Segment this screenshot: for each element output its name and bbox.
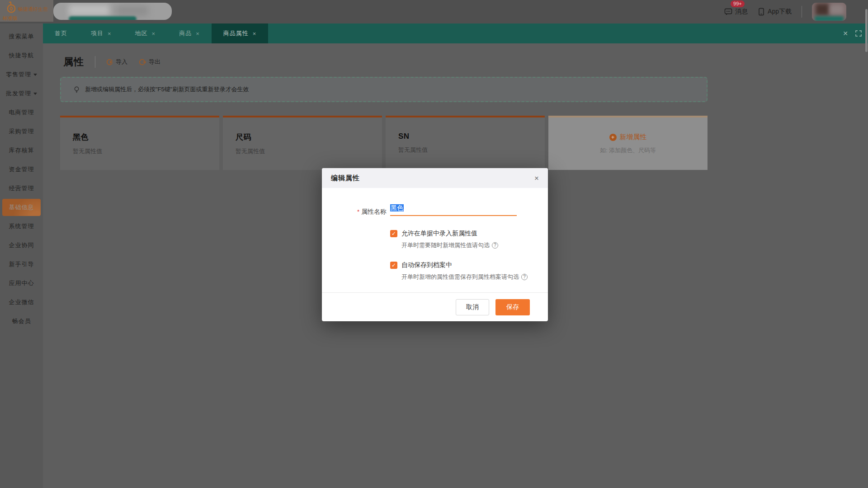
tab-close-icon[interactable]: × — [196, 30, 200, 37]
sidebar-item-app-center[interactable]: 应用中心 — [0, 274, 43, 293]
tab-close-icon[interactable]: × — [253, 30, 257, 37]
allow-new-value-hint: 开单时需要随时新增属性值请勾选 — [401, 241, 490, 249]
messages-label: 消息 — [735, 8, 748, 16]
sidebar: 搜索菜单 快捷导航 零售管理 批发管理 电商管理 采购管理 库存核算 资金管理 … — [0, 0, 43, 488]
tab-goods-attributes[interactable]: 商品属性× — [212, 23, 269, 43]
modal-header: 编辑属性 × — [322, 168, 548, 188]
sidebar-item-purchase[interactable]: 采购管理 — [0, 122, 43, 141]
add-attribute-card[interactable]: + 新增属性 如: 添加颜色、尺码等 — [548, 116, 708, 170]
avatar[interactable] — [812, 3, 846, 21]
logo-area: 畅捷通好生意 标准版 — [0, 0, 53, 22]
tab-close-icon[interactable]: × — [152, 30, 156, 37]
redacted-text-blur — [69, 16, 137, 20]
scrollbar-thumb[interactable] — [865, 9, 868, 52]
tab-region[interactable]: 地区× — [123, 23, 168, 43]
brand-logo-icon — [5, 1, 17, 14]
app-download-label: App下载 — [768, 8, 792, 16]
import-button[interactable]: 导入 — [106, 58, 127, 66]
auto-save-checkbox[interactable]: ✓ — [390, 262, 397, 269]
auto-save-hint: 开单时新增的属性值需保存到属性档案请勾选 — [401, 273, 519, 281]
phone-icon — [758, 8, 765, 16]
help-question-icon[interactable]: ? — [492, 242, 498, 249]
sidebar-item-wholesale[interactable]: 批发管理 — [0, 84, 43, 103]
page-title: 属性 — [63, 55, 84, 69]
attribute-card-sn[interactable]: SN 暂无属性值 — [386, 116, 545, 170]
sidebar-item-member[interactable]: 畅会员 — [0, 312, 43, 331]
message-bubble-icon — [724, 8, 732, 16]
attribute-card-black[interactable]: 黑色 暂无属性值 — [60, 116, 219, 170]
tab-project[interactable]: 项目× — [79, 23, 123, 43]
sidebar-item-funds[interactable]: 资金管理 — [0, 160, 43, 179]
tip-text: 新增或编辑属性后，必须按"F5键"刷新页面或重新登录才会生效 — [85, 85, 249, 94]
modal-title: 编辑属性 — [331, 174, 360, 183]
tip-banner: 新增或编辑属性后，必须按"F5键"刷新页面或重新登录才会生效 — [60, 77, 708, 102]
sidebar-item-inventory[interactable]: 库存核算 — [0, 141, 43, 160]
lightbulb-icon — [73, 86, 80, 94]
add-attribute-label: 新增属性 — [620, 133, 647, 141]
caret-down-icon — [33, 74, 37, 76]
modal-close-icon[interactable]: × — [534, 174, 539, 182]
fullscreen-icon[interactable] — [855, 30, 862, 37]
sidebar-item-collaboration[interactable]: 企业协同 — [0, 236, 43, 255]
attribute-name-label: *属性名称 — [326, 208, 387, 216]
tab-goods[interactable]: 商品× — [167, 23, 212, 43]
export-button[interactable]: 导出 — [139, 58, 160, 66]
brand-edition: 标准版 — [3, 15, 18, 22]
add-attribute-hint: 如: 添加颜色、尺码等 — [600, 146, 656, 155]
selected-text: 黑色 — [390, 204, 404, 211]
required-asterisk: * — [357, 208, 359, 215]
plus-circle-icon: + — [609, 134, 617, 141]
title-divider — [95, 56, 95, 68]
auto-save-label: 自动保存到档案中 — [401, 261, 452, 269]
sidebar-item-beginner-guide[interactable]: 新手引导 — [0, 255, 43, 274]
tab-bar: 首页 项目× 地区× 商品× 商品属性× ✕ — [43, 23, 868, 43]
save-button[interactable]: 保存 — [495, 299, 530, 315]
caret-down-icon — [33, 93, 37, 95]
sidebar-item-ecommerce[interactable]: 电商管理 — [0, 103, 43, 122]
sidebar-item-operations[interactable]: 经营管理 — [0, 179, 43, 198]
cancel-button[interactable]: 取消 — [456, 299, 489, 315]
tab-home[interactable]: 首页 — [43, 23, 79, 43]
brand-name: 畅捷通好生意 — [18, 6, 48, 13]
redacted-text-blur — [69, 5, 109, 16]
modal-footer: 取消 保存 — [322, 292, 548, 321]
tab-close-icon[interactable]: × — [108, 30, 112, 37]
attribute-cards: 黑色 暂无属性值 尺码 暂无属性值 SN 暂无属性值 + 新增属性 如: 添加颜… — [60, 116, 708, 170]
sidebar-item-retail[interactable]: 零售管理 — [0, 65, 43, 84]
topbar: 99+ 消息 App下载 — [0, 0, 868, 23]
help-question-icon[interactable]: ? — [521, 274, 528, 280]
allow-new-value-label: 允许在单据中录入新属性值 — [401, 230, 477, 238]
messages-button[interactable]: 99+ 消息 — [724, 8, 748, 16]
attribute-card-size[interactable]: 尺码 暂无属性值 — [223, 116, 382, 170]
header-divider — [802, 6, 802, 18]
message-count-badge: 99+ — [731, 0, 745, 7]
edit-attribute-modal: 编辑属性 × *属性名称 黑色 ✓ 允许在单据中录入新属性值 开单时需要随时新增… — [322, 168, 548, 321]
redacted-text-blur — [117, 5, 148, 16]
company-selector[interactable] — [53, 3, 172, 20]
sidebar-item-wecom[interactable]: 企业微信 — [0, 293, 43, 312]
sidebar-item-search-menu[interactable]: 搜索菜单 — [0, 27, 43, 46]
close-all-tabs-icon[interactable]: ✕ — [843, 30, 848, 37]
import-icon — [106, 59, 113, 66]
app-download-button[interactable]: App下载 — [758, 8, 792, 16]
attribute-name-input[interactable]: 黑色 — [390, 204, 517, 216]
sidebar-item-system[interactable]: 系统管理 — [0, 217, 43, 236]
sidebar-item-basic-info[interactable]: 基础信息 — [2, 199, 41, 216]
export-icon — [139, 59, 146, 66]
sidebar-item-quick-nav[interactable]: 快捷导航 — [0, 46, 43, 65]
allow-new-value-checkbox[interactable]: ✓ — [390, 230, 397, 237]
